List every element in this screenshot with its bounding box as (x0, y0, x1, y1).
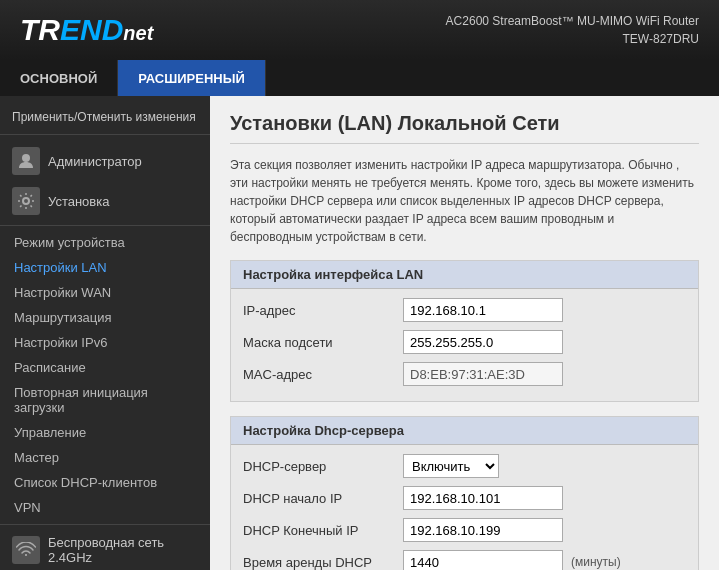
select-dhcp-server[interactable]: Включить Отключить (403, 454, 499, 478)
form-row-dhcp-start: DHCP начало IP (243, 485, 686, 511)
label-subnet: Маска подсети (243, 335, 403, 350)
setup-icon (12, 187, 40, 215)
logo-net: net (123, 22, 153, 45)
dhcp-section: Настройка Dhcp-сервера DHCP-сервер Включ… (230, 416, 699, 570)
sidebar-link-wan[interactable]: Настройки WAN (0, 280, 210, 305)
sidebar-apply-label: Применить/Отменить изменения (0, 106, 210, 135)
form-row-dhcp-end: DHCP Конечный IP (243, 517, 686, 543)
form-row-dhcp-server: DHCP-сервер Включить Отключить (243, 453, 686, 479)
sidebar-link-dhcp-clients[interactable]: Список DHCP-клиентов (0, 470, 210, 495)
form-row-mac: MAC-адрес (243, 361, 686, 387)
header: TRENDnet AC2600 StreamBoost™ MU-MIMO WiF… (0, 0, 719, 60)
input-mac (403, 362, 563, 386)
dhcp-section-body: DHCP-сервер Включить Отключить DHCP нача… (231, 445, 698, 570)
label-dhcp-end: DHCP Конечный IP (243, 523, 403, 538)
sidebar-item-setup[interactable]: Установка (0, 181, 210, 221)
form-row-ip: IP-адрес (243, 297, 686, 323)
svg-point-1 (23, 198, 29, 204)
logo-tr: TR (20, 13, 60, 47)
sidebar-divider2 (0, 524, 210, 525)
header-model: AC2600 StreamBoost™ MU-MIMO WiFi Router … (446, 12, 699, 48)
label-ip: IP-адрес (243, 303, 403, 318)
sidebar-link-routing[interactable]: Маршрутизация (0, 305, 210, 330)
sidebar-link-lan[interactable]: Настройки LAN (0, 255, 210, 280)
sidebar-link-ipv6[interactable]: Настройки IPv6 (0, 330, 210, 355)
admin-icon (12, 147, 40, 175)
sidebar-link-vpn[interactable]: VPN (0, 495, 210, 520)
model-line2: TEW-827DRU (446, 30, 699, 48)
label-dhcp-lease: Время аренды DHCP (243, 555, 403, 570)
sidebar-link-schedule[interactable]: Расписание (0, 355, 210, 380)
logo-end: END (60, 13, 123, 47)
page-title: Установки (LAN) Локальной Сети (230, 112, 699, 144)
sidebar-link-management[interactable]: Управление (0, 420, 210, 445)
lan-section: Настройка интерфейса LAN IP-адрес Маска … (230, 260, 699, 402)
sidebar-item-wifi-24[interactable]: Беспроводная сеть 2.4GHz (0, 529, 210, 570)
sidebar-link-wizard[interactable]: Мастер (0, 445, 210, 470)
lan-section-header: Настройка интерфейса LAN (231, 261, 698, 289)
label-dhcp-server: DHCP-сервер (243, 459, 403, 474)
input-dhcp-lease[interactable] (403, 550, 563, 570)
sidebar: Применить/Отменить изменения Администрат… (0, 96, 210, 570)
sidebar-wifi-label: Беспроводная сеть 2.4GHz (48, 535, 198, 565)
logo: TRENDnet (20, 13, 153, 47)
tab-basic[interactable]: ОСНОВНОЙ (0, 60, 118, 96)
sidebar-link-device-mode[interactable]: Режим устройства (0, 230, 210, 255)
form-row-dhcp-lease: Время аренды DHCP (минуты) (243, 549, 686, 570)
sidebar-admin-label: Администратор (48, 154, 142, 169)
content-area: Установки (LAN) Локальной Сети Эта секци… (210, 96, 719, 570)
label-dhcp-start: DHCP начало IP (243, 491, 403, 506)
input-dhcp-start[interactable] (403, 486, 563, 510)
input-subnet[interactable] (403, 330, 563, 354)
dhcp-lease-suffix: (минуты) (571, 555, 621, 569)
nav-tabs: ОСНОВНОЙ РАСШИРЕННЫЙ (0, 60, 719, 96)
form-row-subnet: Маска подсети (243, 329, 686, 355)
description: Эта секция позволяет изменить настройки … (230, 156, 699, 246)
input-dhcp-end[interactable] (403, 518, 563, 542)
dhcp-section-header: Настройка Dhcp-сервера (231, 417, 698, 445)
svg-point-0 (22, 154, 30, 162)
lan-section-body: IP-адрес Маска подсети MAC-адрес (231, 289, 698, 401)
input-ip[interactable] (403, 298, 563, 322)
label-mac: MAC-адрес (243, 367, 403, 382)
main-layout: Применить/Отменить изменения Администрат… (0, 96, 719, 570)
tab-advanced[interactable]: РАСШИРЕННЫЙ (118, 60, 266, 96)
sidebar-item-admin[interactable]: Администратор (0, 141, 210, 181)
sidebar-setup-label: Установка (48, 194, 109, 209)
sidebar-divider (0, 225, 210, 226)
sidebar-link-reboot[interactable]: Повторная инициация загрузки (0, 380, 210, 420)
wifi-icon (12, 536, 40, 564)
model-line1: AC2600 StreamBoost™ MU-MIMO WiFi Router (446, 12, 699, 30)
